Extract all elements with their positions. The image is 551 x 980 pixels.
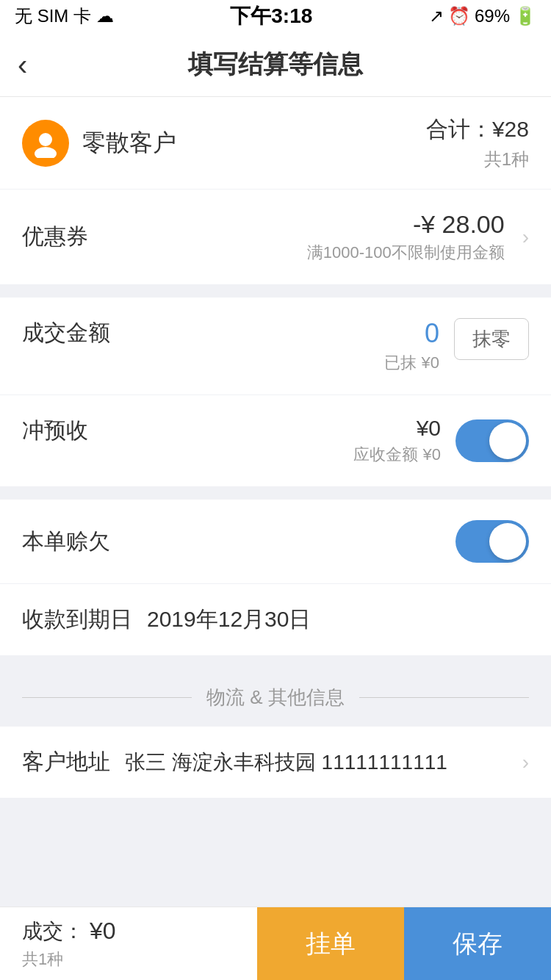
total-count: 共1种 <box>426 148 529 171</box>
alarm-icon: ⏰ <box>448 6 470 26</box>
coupon-amount: -¥ 28.00 <box>307 210 505 239</box>
divider-line-right <box>359 697 529 698</box>
svg-point-0 <box>39 133 52 146</box>
battery-text: 69% <box>475 6 510 26</box>
due-date-value: 2019年12月30日 <box>147 605 311 635</box>
bottom-info: 成交： ¥0 共1种 <box>0 907 257 980</box>
address-chevron-icon: › <box>522 751 529 774</box>
logistics-divider: 物流 & 其他信息 <box>0 669 551 727</box>
total-amount: 合计：¥28 <box>426 115 529 145</box>
bottom-bar: 成交： ¥0 共1种 挂单 保存 <box>0 907 551 980</box>
logistics-label: 物流 & 其他信息 <box>206 685 345 710</box>
address-value: 张三 海淀永丰科技园 11111111111 <box>125 749 516 777</box>
debt-label: 本单赊欠 <box>22 527 110 557</box>
due-date-row: 收款到期日 2019年12月30日 <box>0 583 551 655</box>
status-time: 下午3:18 <box>230 2 312 30</box>
bottom-transaction: 成交： ¥0 <box>22 918 235 945</box>
prepay-right: ¥0 应收金额 ¥0 <box>353 416 529 466</box>
customer-name: 零散客户 <box>82 127 176 159</box>
status-right: ↗ ⏰ 69% 🔋 <box>429 6 536 26</box>
prepay-label: 冲预收 <box>22 416 88 446</box>
chevron-right-icon: › <box>522 226 529 249</box>
nav-bar: ‹ 填写结算等信息 <box>0 32 551 97</box>
bottom-count: 共1种 <box>22 948 235 970</box>
toggle-thumb <box>489 422 526 459</box>
avatar-icon <box>31 129 60 158</box>
divider-line-left <box>22 697 192 698</box>
status-left: 无 SIM 卡 ☁ <box>15 4 114 28</box>
due-date-label: 收款到期日 <box>22 605 132 635</box>
page-title: 填写结算等信息 <box>188 48 363 82</box>
prepay-toggle[interactable] <box>455 419 529 462</box>
coupon-sub: 满1000-100不限制使用金额 <box>307 242 505 264</box>
coupon-right: -¥ 28.00 满1000-100不限制使用金额 › <box>307 210 529 264</box>
transaction-label: 成交金额 <box>22 318 110 348</box>
svg-point-1 <box>35 147 57 158</box>
prepay-sub: 应收金额 ¥0 <box>353 444 441 466</box>
prepay-row: 冲预收 ¥0 应收金额 ¥0 <box>0 394 551 486</box>
transaction-right: 0 已抹 ¥0 抹零 <box>384 318 529 374</box>
debt-toggle-thumb <box>489 523 526 560</box>
bottom-transaction-amount: ¥0 <box>90 918 116 945</box>
bottom-transaction-label: 成交： <box>22 918 84 945</box>
address-row[interactable]: 客户地址 张三 海淀永丰科技园 11111111111 › <box>0 727 551 798</box>
status-bar: 无 SIM 卡 ☁ 下午3:18 ↗ ⏰ 69% 🔋 <box>0 0 551 32</box>
prepay-info: ¥0 应收金额 ¥0 <box>353 416 441 466</box>
avatar <box>22 120 69 167</box>
customer-section: 零散客户 合计：¥28 共1种 优惠券 -¥ 28.00 满1000-100不限… <box>0 97 551 284</box>
customer-row: 零散客户 合计：¥28 共1种 <box>0 97 551 189</box>
transaction-row: 成交金额 0 已抹 ¥0 抹零 <box>0 298 551 394</box>
pending-button[interactable]: 挂单 <box>257 907 404 980</box>
coupon-label: 优惠券 <box>22 222 88 252</box>
signal-text: 无 SIM 卡 ☁ <box>15 4 114 28</box>
debt-toggle[interactable] <box>455 520 529 563</box>
coupon-row[interactable]: 优惠券 -¥ 28.00 满1000-100不限制使用金额 › <box>0 189 551 284</box>
debt-row: 本单赊欠 <box>0 500 551 583</box>
prepay-amount: ¥0 <box>353 416 441 441</box>
transaction-section: 成交金额 0 已抹 ¥0 抹零 冲预收 ¥0 应收金额 ¥0 <box>0 298 551 486</box>
page-spacer <box>0 811 551 899</box>
location-icon: ↗ <box>429 6 444 26</box>
round-button[interactable]: 抹零 <box>454 318 529 360</box>
address-section: 客户地址 张三 海淀永丰科技园 11111111111 › <box>0 727 551 798</box>
customer-left: 零散客户 <box>22 120 176 167</box>
debt-section: 本单赊欠 收款到期日 2019年12月30日 <box>0 500 551 655</box>
transaction-sub: 已抹 ¥0 <box>384 352 439 374</box>
save-button[interactable]: 保存 <box>404 907 551 980</box>
customer-right: 合计：¥28 共1种 <box>426 115 529 171</box>
address-label: 客户地址 <box>22 747 110 777</box>
transaction-info: 0 已抹 ¥0 <box>384 318 439 374</box>
transaction-value: 0 <box>384 318 439 349</box>
coupon-info: -¥ 28.00 满1000-100不限制使用金额 <box>307 210 505 264</box>
back-button[interactable]: ‹ <box>18 50 27 79</box>
battery-icon: 🔋 <box>514 6 536 26</box>
